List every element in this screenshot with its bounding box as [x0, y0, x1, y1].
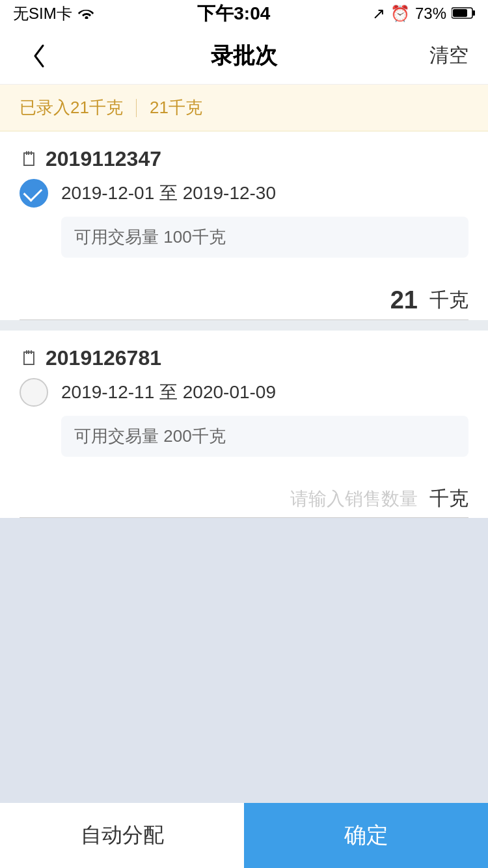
batch-card-2: 🗒 2019126781 2019-12-11 至 2020-01-09 可用交…: [0, 331, 488, 518]
status-bar: 无SIM卡 下午3:04 ↗ ⏰ 73%: [0, 0, 488, 27]
quantity-row-1: 21 千克: [0, 273, 488, 314]
quantity-unit-2: 千克: [429, 485, 468, 512]
quantity-placeholder-2[interactable]: 请输入销售数量: [290, 487, 418, 511]
quantity-input-wrapper-1: 21 千克: [20, 286, 468, 314]
battery-percent: 73%: [415, 5, 446, 23]
page-title: 录批次: [211, 41, 277, 71]
batch-avail-qty-1: 可用交易量 100千克: [61, 217, 468, 258]
summary-value: 21千克: [150, 96, 202, 119]
batch-id-2: 2019126781: [46, 346, 161, 370]
quantity-unit-1: 千克: [429, 287, 468, 314]
status-right: ↗ ⏰ 73%: [372, 5, 475, 23]
back-button[interactable]: [20, 36, 59, 75]
svg-rect-1: [472, 10, 475, 16]
empty-area: [0, 518, 488, 804]
quantity-input-wrapper-2: 请输入销售数量 千克: [20, 485, 468, 512]
batch-avail-qty-2: 可用交易量 200千克: [61, 416, 468, 457]
summary-divider: [136, 99, 137, 117]
batch-item-1: 🗒 2019112347 2019-12-01 至 2019-12-30 可用交…: [0, 131, 488, 273]
batch-header-2: 🗒 2019126781: [20, 346, 468, 370]
batch-item-2: 🗒 2019126781 2019-12-11 至 2020-01-09 可用交…: [0, 331, 488, 472]
batch-doc-icon-1: 🗒: [20, 148, 39, 170]
confirm-button[interactable]: 确定: [244, 803, 488, 868]
batch-card-1: 🗒 2019112347 2019-12-01 至 2019-12-30 可用交…: [0, 131, 488, 320]
clear-button[interactable]: 清空: [429, 42, 468, 69]
battery-icon: [452, 5, 475, 23]
batch-date-2: 2019-12-11 至 2020-01-09: [61, 380, 276, 405]
card-divider: [0, 320, 488, 331]
radio-selected-1[interactable]: [20, 179, 48, 208]
quantity-row-2: 请输入销售数量 千克: [0, 472, 488, 512]
status-left: 无SIM卡: [13, 3, 96, 24]
radio-unselected-2[interactable]: [20, 378, 48, 407]
summary-bar: 已录入21千克 21千克: [0, 85, 488, 131]
location-icon: ↗: [372, 5, 385, 23]
batch-date-row-1[interactable]: 2019-12-01 至 2019-12-30: [20, 179, 468, 208]
nav-bar: 录批次 清空: [0, 27, 488, 85]
summary-label: 已录入21千克: [20, 96, 123, 119]
bottom-bar: 自动分配 确定: [0, 803, 488, 868]
batch-header-1: 🗒 2019112347: [20, 147, 468, 171]
auto-distribute-button[interactable]: 自动分配: [0, 803, 244, 868]
status-time: 下午3:04: [197, 1, 270, 26]
quantity-value-1[interactable]: 21: [390, 286, 418, 314]
batch-date-row-2[interactable]: 2019-12-11 至 2020-01-09: [20, 378, 468, 407]
batch-id-1: 2019112347: [46, 147, 161, 171]
sim-text: 无SIM卡: [13, 3, 72, 24]
batch-date-1: 2019-12-01 至 2019-12-30: [61, 181, 276, 206]
batch-doc-icon-2: 🗒: [20, 347, 39, 370]
svg-rect-2: [453, 9, 467, 17]
wifi-icon: [77, 5, 96, 23]
alarm-icon: ⏰: [390, 5, 410, 23]
